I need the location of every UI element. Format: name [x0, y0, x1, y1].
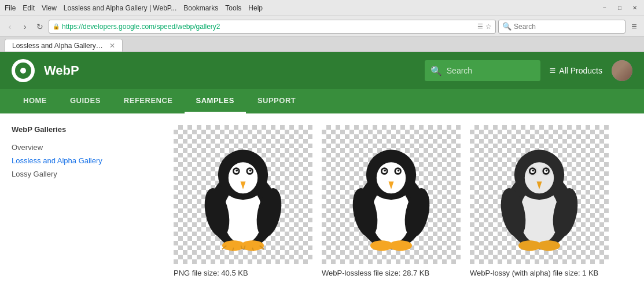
- site-search-bar[interactable]: 🔍: [425, 60, 540, 81]
- gallery-image-2: [322, 125, 461, 264]
- nav-reference[interactable]: REFERENCE: [112, 89, 185, 113]
- gallery-caption-1: PNG file size: 40.5 KB: [174, 269, 312, 277]
- nav-guides[interactable]: GUIDES: [58, 89, 112, 113]
- logo-dot: [20, 68, 26, 74]
- hamburger-icon: ≡: [550, 65, 556, 77]
- menu-edit[interactable]: Edit: [23, 4, 35, 12]
- logo-inner: [15, 63, 31, 79]
- sidebar-section-title: WebP Galleries: [12, 125, 150, 134]
- menu-view[interactable]: View: [42, 4, 57, 12]
- reader-icon[interactable]: ☰: [477, 23, 483, 30]
- site-content-area: WebP 🔍 ≡ All Products HOME GUIDES REFERE…: [0, 52, 644, 297]
- gallery-image-3: [470, 125, 609, 264]
- gallery-row: PNG file size: 40.5 KB: [174, 125, 632, 277]
- tab-bar: Lossless and Alpha Gallery | WebP... ✕: [0, 37, 644, 52]
- address-bar[interactable]: 🔒 https://developers.google.com/speed/we…: [49, 20, 496, 34]
- gallery-area: PNG file size: 40.5 KB: [162, 113, 644, 289]
- webp-logo: [12, 59, 35, 82]
- tab-title: Lossless and Alpha Gallery | WebP...: [12, 42, 105, 50]
- svg-point-56: [537, 240, 560, 251]
- browser-tab[interactable]: Lossless and Alpha Gallery | WebP... ✕: [5, 39, 123, 52]
- tab-close-button[interactable]: ✕: [109, 42, 115, 50]
- lock-icon: 🔒: [53, 23, 60, 30]
- bookmark-star-icon[interactable]: ☆: [485, 23, 492, 31]
- svg-point-47: [532, 170, 534, 172]
- site-search-icon: 🔍: [430, 65, 442, 76]
- sidebar: WebP Galleries Overview Lossless and Alp…: [0, 113, 162, 289]
- menu-bar: File Edit View Lossless and Alpha Galler…: [5, 4, 263, 12]
- svg-point-51: [546, 170, 548, 172]
- nav-samples[interactable]: SAMPLES: [185, 89, 246, 113]
- gallery-image-1: [174, 125, 312, 264]
- nav-bar: ‹ › ↻ 🔒 https://developers.google.com/sp…: [0, 16, 644, 37]
- svg-point-11: [249, 170, 252, 172]
- browser-search-input[interactable]: [514, 23, 606, 31]
- sidebar-link-lossy[interactable]: Lossy Gallery: [12, 167, 150, 181]
- all-products-label: All Products: [559, 66, 602, 75]
- sidebar-link-overview[interactable]: Overview: [12, 141, 150, 154]
- window-controls: − □ ✕: [600, 3, 639, 13]
- main-content: WebP Galleries Overview Lossless and Alp…: [0, 113, 644, 289]
- gallery-item-3: WebP-lossy (with alpha) file size: 1 KB: [470, 125, 609, 277]
- svg-point-7: [235, 170, 238, 172]
- gallery-caption-2: WebP-lossless file size: 28.7 KB: [322, 269, 461, 277]
- nav-support[interactable]: SUPPORT: [246, 89, 307, 113]
- address-text: https://developers.google.com/speed/webp…: [62, 23, 475, 31]
- title-bar: File Edit View Lossless and Alpha Galler…: [0, 0, 644, 16]
- svg-point-34: [398, 170, 400, 172]
- gallery-caption-3: WebP-lossy (with alpha) file size: 1 KB: [470, 269, 609, 277]
- site-title: WebP: [44, 63, 79, 78]
- user-avatar[interactable]: [612, 60, 632, 81]
- site-nav: HOME GUIDES REFERENCE SAMPLES SUPPORT: [0, 89, 644, 113]
- site-search-input[interactable]: [447, 66, 516, 75]
- minimize-button[interactable]: −: [600, 3, 609, 13]
- menu-tools[interactable]: Tools: [225, 4, 241, 12]
- avatar-image: [612, 60, 632, 81]
- search-icon: 🔍: [502, 22, 511, 31]
- browser-menu-button[interactable]: ≡: [628, 20, 641, 33]
- browser-search-bar[interactable]: 🔍: [498, 20, 625, 34]
- menu-help[interactable]: Help: [248, 4, 263, 12]
- sidebar-link-lossless[interactable]: Lossless and Alpha Gallery: [12, 154, 150, 167]
- restore-button[interactable]: □: [615, 3, 624, 13]
- gallery-item-1: PNG file size: 40.5 KB: [174, 125, 312, 277]
- close-button[interactable]: ✕: [630, 3, 639, 13]
- menu-bookmarks[interactable]: Bookmarks: [183, 4, 218, 12]
- menu-history[interactable]: Lossless and Alpha Gallery | WebP...: [64, 4, 176, 12]
- site-header: WebP 🔍 ≡ All Products: [0, 52, 644, 89]
- svg-point-39: [389, 240, 412, 251]
- back-button[interactable]: ‹: [3, 20, 16, 33]
- forward-button[interactable]: ›: [19, 20, 31, 33]
- nav-home[interactable]: HOME: [12, 89, 58, 113]
- svg-point-30: [384, 170, 386, 172]
- menu-file[interactable]: File: [5, 4, 16, 12]
- gallery-item-2: WebP-lossless file size: 28.7 KB: [322, 125, 461, 277]
- reload-button[interactable]: ↻: [34, 20, 46, 33]
- all-products-button[interactable]: ≡ All Products: [550, 65, 602, 77]
